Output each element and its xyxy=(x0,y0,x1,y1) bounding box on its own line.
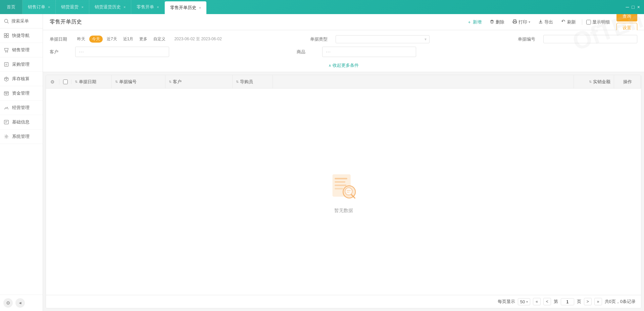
th-num[interactable]: ⇅ 单据编号 xyxy=(112,75,165,88)
date-btn-1month[interactable]: 近1月 xyxy=(121,36,136,43)
sidebar-item-finance[interactable]: 资金管理 xyxy=(0,86,43,101)
quick-nav-icon xyxy=(3,33,9,39)
tab-sales-order[interactable]: 销售订单 × xyxy=(22,0,56,14)
table-select-all[interactable] xyxy=(59,80,71,84)
page-title: 零售开单历史 xyxy=(50,18,82,25)
sidebar-item-base-info[interactable]: 基础信息 xyxy=(0,115,43,129)
export-icon xyxy=(538,19,543,25)
filter-row-2: 客户 ··· 商品 ··· xyxy=(50,47,637,57)
sidebar-item-operations[interactable]: 经营管理 xyxy=(0,101,43,115)
collapse-button[interactable]: ∧ 收起更多条件 xyxy=(50,60,637,69)
tab-sales-return-history[interactable]: 销货退货历史 × xyxy=(89,0,131,14)
inventory-icon xyxy=(3,76,9,82)
select-all-checkbox[interactable] xyxy=(63,80,68,84)
date-filter-buttons: 昨天 今天 近7天 近1月 更多 自定义 xyxy=(75,36,167,43)
sidebar-item-sales[interactable]: 销售管理 xyxy=(0,43,43,57)
date-btn-custom[interactable]: 自定义 xyxy=(151,36,167,43)
th-date[interactable]: ⇅ 单据日期 xyxy=(71,75,112,88)
date-btn-yesterday[interactable]: 昨天 xyxy=(75,36,87,43)
add-button[interactable]: ＋ 新增 xyxy=(465,18,484,27)
sort-icon-num: ⇅ xyxy=(115,80,118,84)
date-btn-7days[interactable]: 近7天 xyxy=(105,36,119,43)
tab-sales-return-close[interactable]: × xyxy=(81,5,83,9)
svg-point-0 xyxy=(4,19,8,22)
table-area: ⚙ ⇅ 单据日期 ⇅ 单据编号 ⇅ 客户 ⇅ xyxy=(46,75,641,308)
finance-icon xyxy=(3,90,9,96)
purchase-icon xyxy=(3,61,9,67)
doc-num-input[interactable] xyxy=(543,35,637,43)
close-button[interactable]: × xyxy=(637,4,640,10)
tab-retail-open-close[interactable]: × xyxy=(157,5,159,9)
svg-rect-17 xyxy=(335,185,346,186)
prev-page-button[interactable]: < xyxy=(543,298,551,305)
delete-button[interactable]: 删除 xyxy=(488,18,506,27)
minimize-button[interactable]: ─ xyxy=(626,4,629,10)
tab-home[interactable]: 首页 xyxy=(0,0,22,14)
maximize-button[interactable]: □ xyxy=(632,4,634,10)
goods-label: 商品 xyxy=(297,49,317,55)
sort-icon-amount: ⇅ xyxy=(589,80,592,84)
sidebar-item-purchase[interactable]: 采购管理 xyxy=(0,57,43,72)
th-amount[interactable]: ⇅ 实销金额 xyxy=(574,75,614,88)
svg-rect-2 xyxy=(4,34,6,36)
per-page-value: 50 xyxy=(520,299,525,304)
svg-rect-13 xyxy=(514,22,516,23)
page-number-input[interactable] xyxy=(561,298,574,305)
svg-point-11 xyxy=(6,136,7,138)
collapse-sidebar-button[interactable]: ◄ xyxy=(15,298,25,308)
tab-retail-open-history[interactable]: 零售开单历史 × xyxy=(165,1,206,14)
toolbar-divider xyxy=(582,19,582,25)
th-action: 操作 xyxy=(614,75,641,88)
svg-rect-8 xyxy=(4,92,9,95)
goods-input[interactable]: ··· xyxy=(322,47,416,57)
tab-sales-return-history-close[interactable]: × xyxy=(123,5,126,9)
table-settings-icon[interactable]: ⚙ xyxy=(46,79,59,85)
tab-sales-order-close[interactable]: × xyxy=(48,5,50,9)
settings-bottom-icon[interactable]: ⚙ xyxy=(3,298,13,308)
th-num-label: 单据编号 xyxy=(119,79,137,85)
next-page-button[interactable]: > xyxy=(584,298,592,305)
print-button[interactable]: 打印 ▾ xyxy=(510,18,532,27)
tab-retail-open-history-close[interactable]: × xyxy=(199,6,201,10)
svg-rect-5 xyxy=(7,36,9,38)
tab-retail-open-history-label: 零售开单历史 xyxy=(170,5,196,11)
display-detail-checkbox[interactable] xyxy=(586,20,591,24)
first-page-button[interactable]: « xyxy=(533,298,541,305)
export-button[interactable]: 导出 xyxy=(536,18,555,27)
doc-type-select[interactable]: ▾ xyxy=(336,35,430,43)
th-customer[interactable]: ⇅ 客户 xyxy=(165,75,233,88)
svg-rect-18 xyxy=(335,188,343,189)
svg-point-7 xyxy=(7,52,8,52)
operations-icon xyxy=(3,105,9,111)
sidebar-item-finance-label: 资金管理 xyxy=(12,90,30,96)
sidebar-item-system[interactable]: 系统管理 xyxy=(0,129,43,144)
sidebar-item-operations-label: 经营管理 xyxy=(12,105,30,111)
page-label: 第 xyxy=(554,299,558,305)
date-btn-more[interactable]: 更多 xyxy=(137,36,149,43)
svg-rect-16 xyxy=(335,181,345,183)
th-guide[interactable]: ⇅ 导购员 xyxy=(233,75,273,88)
last-page-button[interactable]: » xyxy=(594,298,602,305)
customer-input[interactable]: ··· xyxy=(75,47,169,57)
tab-sales-return[interactable]: 销货退货 × xyxy=(56,0,89,14)
refresh-button[interactable]: 刷新 xyxy=(559,18,578,27)
tab-retail-open[interactable]: 零售开单 × xyxy=(131,0,164,14)
empty-text: 暂无数据 xyxy=(334,208,353,214)
sidebar-search[interactable]: 搜索采单 xyxy=(0,14,43,29)
query-button[interactable]: 查询 xyxy=(616,14,637,21)
tab-sales-return-history-label: 销货退货历史 xyxy=(95,4,121,10)
th-customer-label: 客户 xyxy=(173,79,182,85)
per-page-select[interactable]: 50 ▾ xyxy=(518,298,530,305)
sort-icon-guide: ⇅ xyxy=(236,80,239,84)
date-btn-today[interactable]: 今天 xyxy=(89,36,103,43)
empty-illustration xyxy=(327,170,360,204)
display-detail-toggle[interactable]: 显示明细 xyxy=(586,19,610,25)
customer-ellipsis: ··· xyxy=(79,48,84,55)
sidebar-item-inventory[interactable]: 库存核算 xyxy=(0,72,43,86)
page-header: 零售开单历史 ＋ 新增 删除 xyxy=(43,14,644,30)
print-dropdown-icon[interactable]: ▾ xyxy=(529,20,530,24)
sidebar-item-inventory-label: 库存核算 xyxy=(12,76,30,82)
sidebar-item-quick-nav[interactable]: 快捷导航 xyxy=(0,29,43,43)
gear-icon: ⚙ xyxy=(6,300,10,306)
per-page-label: 每页显示 xyxy=(498,299,515,305)
